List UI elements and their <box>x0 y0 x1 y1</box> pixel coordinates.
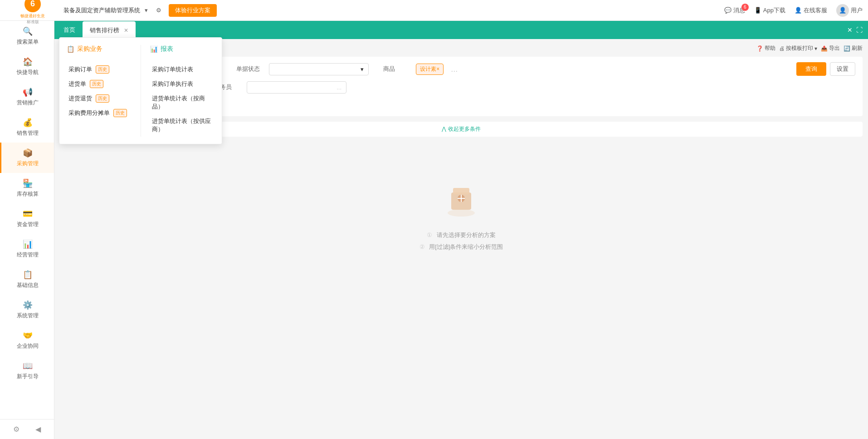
dropdown-item-order-exec[interactable]: 采购订单执行表 <box>150 77 215 91</box>
app-download-btn[interactable]: 📱 App下载 <box>754 6 785 15</box>
goods-tag[interactable]: 设计素× <box>416 64 444 75</box>
tab-home-label: 首页 <box>63 26 75 34</box>
header-right: 💬 消息 6 📱 App下载 👤 在线客服 👤 用户 <box>724 4 863 17</box>
enterprise-icon: 🤝 <box>23 330 33 340</box>
refresh-btn[interactable]: 🔄 刷新 <box>844 44 863 52</box>
user-avatar: 👤 <box>836 4 849 17</box>
item-label: 进货退货 <box>68 94 92 103</box>
tab-controls: ✕ ⛶ <box>847 26 866 34</box>
item-label: 采购订单执行表 <box>152 80 193 88</box>
brand-name: 畅捷通好生意 <box>20 13 45 19</box>
dropdown-item-incoming[interactable]: 进货单 历史 <box>67 77 132 91</box>
history-badge: 历史 <box>90 80 103 88</box>
settings-filter-btn[interactable]: 设置 <box>830 62 855 76</box>
capital-icon: 💳 <box>23 209 33 219</box>
dropdown-item-purchase-order[interactable]: 采购订单 历史 <box>67 62 132 77</box>
sidebar-item-quick-nav[interactable]: 🏠 快捷导航 <box>0 51 54 82</box>
sidebar-item-purchase[interactable]: 📦 采购管理 <box>0 143 54 173</box>
sidebar-item-operation[interactable]: 📊 经营管理 <box>0 234 54 264</box>
print-btn[interactable]: 🖨 按模板打印 ▾ <box>779 44 817 52</box>
dropdown-item-order-stats[interactable]: 采购订单统计表 <box>150 62 215 77</box>
purchase-section-title: 📋 采购业务 <box>67 45 132 57</box>
salesperson-more-icon: ... <box>336 84 341 91</box>
edition-badge: 标准版 <box>27 19 39 25</box>
sidebar-label-enterprise: 企业协同 <box>17 342 39 350</box>
sidebar-item-search[interactable]: 🔍 搜索菜单 <box>0 21 54 51</box>
sales-icon: 💰 <box>23 118 33 128</box>
salesperson-input[interactable]: ... <box>247 81 346 94</box>
logo-icon: 6 <box>24 0 41 12</box>
doc-status-input[interactable]: ▾ <box>269 63 369 75</box>
empty-icon <box>439 177 484 222</box>
tab-home[interactable]: 首页 <box>56 21 83 39</box>
basic-info-icon: 📋 <box>23 270 33 280</box>
print-dropdown-icon: ▾ <box>814 45 817 52</box>
sidebar-settings-btn[interactable]: ⚙ <box>13 425 20 434</box>
sidebar-item-system[interactable]: ⚙️ 系统管理 <box>0 295 54 325</box>
sidebar-item-guide[interactable]: 📖 新手引导 <box>0 355 54 386</box>
sidebar: 🔍 搜索菜单 🏠 快捷导航 📢 营销推广 💰 销售管理 📦 采购管理 🏪 库存核… <box>0 21 54 439</box>
dropdown-item-incoming-by-supplier[interactable]: 进货单统计表（按供应商） <box>150 114 215 137</box>
item-label: 采购订单统计表 <box>152 65 193 74</box>
tab-close-all-btn[interactable]: ✕ <box>847 26 853 34</box>
svg-rect-2 <box>453 188 469 194</box>
sidebar-collapse-btn[interactable]: ◀ <box>35 425 41 434</box>
report-section: 📊 报表 采购订单统计表 采购订单执行表 进货单统计表（按商品） 进货单统计表（… <box>150 45 215 137</box>
tab-maximize-btn[interactable]: ⛶ <box>856 26 863 34</box>
doc-status-label: 单据状态 <box>236 65 263 73</box>
sidebar-label-basic-info: 基础信息 <box>17 281 39 289</box>
help-btn[interactable]: ❓ 帮助 <box>756 44 775 52</box>
user-btn[interactable]: 👤 用户 <box>836 4 863 17</box>
sidebar-label-inventory: 库存核算 <box>17 190 39 198</box>
report-section-title: 📊 报表 <box>150 45 215 57</box>
goods-separator: ... <box>451 64 458 74</box>
svg-point-0 <box>448 209 475 217</box>
collapse-up-icon: ⋀ <box>442 126 446 132</box>
purchase-dropdown-menu: 📋 采购业务 采购订单 历史 进货单 历史 进货退货 历史 采购费用分摊单 历史… <box>59 37 222 144</box>
industry-btn[interactable]: 体验行业方案 <box>169 4 217 17</box>
phone-icon: 📱 <box>754 7 761 14</box>
sidebar-item-basic-info[interactable]: 📋 基础信息 <box>0 264 54 295</box>
system-icon: ⚙️ <box>23 300 33 310</box>
home-icon: 🏠 <box>23 57 33 67</box>
inventory-icon: 🏪 <box>23 178 33 188</box>
operation-icon: 📊 <box>23 239 33 249</box>
sidebar-label-system: 系统管理 <box>17 312 39 320</box>
message-icon: 💬 <box>724 7 731 14</box>
sidebar-label-operation: 经营管理 <box>17 251 39 259</box>
item-label: 进货单统计表（按商品） <box>152 94 213 111</box>
sidebar-label-capital: 资金管理 <box>17 221 39 228</box>
dropdown-item-return[interactable]: 进货退货 历史 <box>67 91 132 106</box>
header-settings-btn[interactable]: ⚙ <box>152 4 165 17</box>
top-header: 6 畅捷通好生意 标准版 装备及固定资产辅助管理系统 ▾ ⚙ 体验行业方案 💬 … <box>0 0 868 21</box>
sidebar-label-marketing: 营销推广 <box>17 99 39 107</box>
item-label: 采购费用分摊单 <box>68 109 110 117</box>
print-icon: 🖨 <box>779 45 785 52</box>
sidebar-item-sales[interactable]: 💰 销售管理 <box>0 112 54 143</box>
purchase-icon: 📦 <box>23 148 33 158</box>
user-label: 用户 <box>851 6 863 15</box>
service-icon: 👤 <box>795 7 802 14</box>
sidebar-item-enterprise[interactable]: 🤝 企业协同 <box>0 325 54 355</box>
sidebar-item-marketing[interactable]: 📢 营销推广 <box>0 82 54 112</box>
tab-close-btn[interactable]: ✕ <box>124 27 128 34</box>
notification-btn[interactable]: 💬 消息 6 <box>724 6 745 15</box>
purchase-section-icon: 📋 <box>67 45 74 53</box>
dropdown-item-incoming-by-goods[interactable]: 进货单统计表（按商品） <box>150 91 215 114</box>
online-service-btn[interactable]: 👤 在线客服 <box>795 6 827 15</box>
system-dropdown-btn[interactable]: ▾ <box>144 6 149 15</box>
tab-sales-rank[interactable]: 销售排行榜 ✕ <box>83 21 136 39</box>
history-badge: 历史 <box>96 65 109 74</box>
sidebar-label-quick-nav: 快捷导航 <box>17 69 39 76</box>
empty-tip2: ② 用[过滤]条件来缩小分析范围 <box>419 243 503 251</box>
query-btn[interactable]: 查询 <box>796 62 826 76</box>
export-btn[interactable]: 📤 导出 <box>821 44 840 52</box>
dropdown-item-expense[interactable]: 采购费用分摊单 历史 <box>67 106 132 120</box>
header-middle: 装备及固定资产辅助管理系统 ▾ ⚙ 体验行业方案 <box>60 4 724 17</box>
toolbar-right: ❓ 帮助 🖨 按模板打印 ▾ 📤 导出 🔄 刷新 <box>756 44 863 52</box>
sidebar-item-inventory[interactable]: 🏪 库存核算 <box>0 173 54 203</box>
search-icon: 🔍 <box>23 26 33 36</box>
sidebar-label-guide: 新手引导 <box>17 373 39 380</box>
sidebar-item-capital[interactable]: 💳 资金管理 <box>0 203 54 234</box>
goods-label: 商品 <box>383 65 410 73</box>
